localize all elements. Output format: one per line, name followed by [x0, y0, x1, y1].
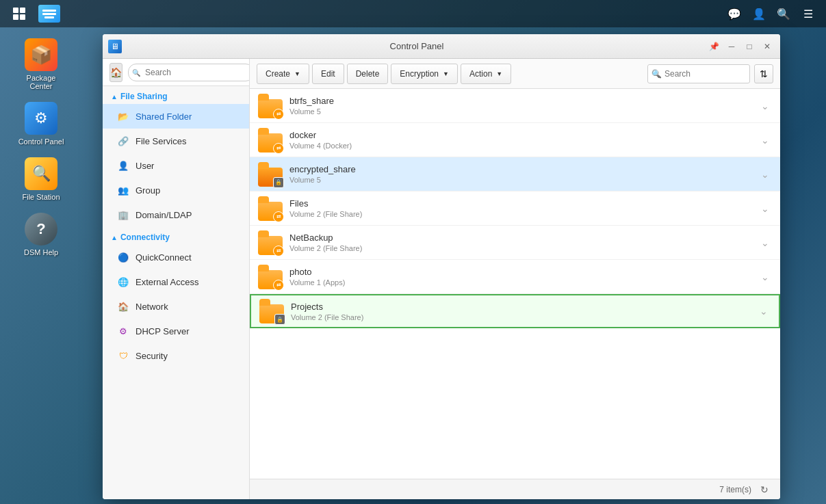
file-name-photo: photo: [289, 267, 751, 277]
sidebar-item-group-label: Group: [135, 185, 160, 196]
chevron-netbackup[interactable]: ⌄: [758, 235, 772, 251]
action-button[interactable]: Action ▼: [461, 64, 511, 84]
sidebar-item-domain-ldap[interactable]: 🏢 Domain/LDAP: [103, 202, 249, 227]
sidebar-item-file-services[interactable]: 🔗 File Services: [103, 129, 249, 153]
package-center-label: Package Center: [14, 74, 68, 90]
toolbar-search-area: 🔍 ⇅: [647, 64, 773, 83]
share-badge-photo: ⇄: [273, 280, 284, 291]
encryption-label: Encryption: [400, 69, 439, 79]
chevron-photo[interactable]: ⌄: [758, 269, 772, 285]
file-info-files: Files Volume 2 (File Share): [289, 198, 751, 218]
sidebar-item-quickconnect[interactable]: 🔵 QuickConnect: [103, 245, 249, 269]
search-icon[interactable]: 🔍: [773, 3, 795, 25]
sidebar-item-shared-folder-label: Shared Folder: [135, 111, 192, 122]
user-icon-sidebar: 👤: [116, 159, 130, 172]
desktop-icon-control-panel[interactable]: ⚙ Control Panel: [10, 98, 72, 150]
delete-button[interactable]: Delete: [347, 64, 389, 84]
green-arrow: [779, 297, 780, 325]
file-info-photo: photo Volume 1 (Apps): [289, 267, 751, 287]
taskbar: 💬 👤 🔍 ☰: [0, 0, 826, 27]
chevron-docker[interactable]: ⌄: [758, 132, 772, 148]
sidebar-header: 🏠: [103, 59, 249, 86]
file-info-netbackup: NetBackup Volume 2 (File Share): [289, 233, 751, 252]
file-item-docker[interactable]: ⇄ docker Volume 4 (Docker) ⌄: [250, 123, 780, 157]
file-name-projects: Projects: [291, 302, 750, 312]
file-item-btrfs-share[interactable]: ⇄ btrfs_share Volume 5 ⌄: [250, 89, 780, 123]
window-pin-button[interactable]: 📌: [706, 39, 721, 54]
folder-icon-photo: ⇄: [258, 265, 283, 289]
sidebar-item-quickconnect-label: QuickConnect: [135, 252, 192, 263]
file-list: ⇄ btrfs_share Volume 5 ⌄ ⇄: [250, 89, 780, 479]
chat-icon[interactable]: 💬: [723, 3, 745, 25]
home-button[interactable]: 🏠: [109, 63, 122, 82]
sort-button[interactable]: ⇅: [754, 64, 773, 83]
user-icon[interactable]: 👤: [748, 3, 770, 25]
file-sub-encrypted: Volume 5: [289, 176, 751, 184]
file-item-encrypted-share[interactable]: 🔒 encrypted_share Volume 5 ⌄: [250, 157, 780, 191]
window-close-button[interactable]: ✕: [760, 39, 775, 54]
file-item-projects[interactable]: 🔒 Projects Volume 2 (File Share): [250, 294, 780, 328]
sidebar-search-input[interactable]: [128, 64, 250, 81]
desktop: 📦 Package Center ⚙ Control Panel 🔍 File …: [0, 27, 826, 504]
file-item-photo[interactable]: ⇄ photo Volume 1 (Apps) ⌄: [250, 260, 780, 294]
taskbar-control-panel-button[interactable]: [37, 1, 62, 26]
desktop-icons-area: 📦 Package Center ⚙ Control Panel 🔍 File …: [0, 27, 82, 504]
sidebar-item-dhcp-server[interactable]: ⚙ DHCP Server: [103, 319, 249, 343]
section-arrow-connectivity: ▲: [111, 234, 118, 241]
file-item-files[interactable]: ⇄ Files Volume 2 (File Share) ⌄: [250, 191, 780, 226]
share-badge-docker: ⇄: [273, 143, 284, 154]
section-file-sharing[interactable]: ▲ File Sharing: [103, 86, 249, 104]
share-badge-btrfs: ⇄: [273, 109, 284, 120]
shared-folder-icon: 📂: [116, 109, 130, 123]
chevron-btrfs[interactable]: ⌄: [758, 98, 772, 114]
file-name-btrfs: btrfs_share: [289, 96, 751, 106]
window-controls: 📌 ─ □ ✕: [706, 39, 775, 54]
chevron-encrypted[interactable]: ⌄: [758, 166, 772, 183]
window-minimize-button[interactable]: ─: [724, 39, 739, 54]
share-badge-netbackup: ⇄: [273, 246, 284, 256]
taskbar-right-area: 💬 👤 🔍 ☰: [723, 3, 819, 25]
taskbar-grid-button[interactable]: [7, 1, 31, 26]
create-label: Create: [266, 69, 290, 79]
chevron-files[interactable]: ⌄: [758, 200, 772, 217]
security-icon: 🛡: [116, 349, 130, 362]
create-button[interactable]: Create ▼: [257, 64, 309, 84]
file-sub-photo: Volume 1 (Apps): [289, 278, 751, 287]
network-icon: 🏠: [116, 300, 130, 313]
sidebar-item-group[interactable]: 👥 Group: [103, 178, 249, 202]
file-name-encrypted: encrypted_share: [289, 164, 751, 174]
sidebar-item-user-label: User: [135, 161, 154, 171]
sidebar-item-security[interactable]: 🛡 Security: [103, 343, 249, 368]
file-item-netbackup[interactable]: ⇄ NetBackup Volume 2 (File Share) ⌄: [250, 226, 780, 260]
sidebar-item-user[interactable]: 👤 User: [103, 153, 249, 178]
sidebar: 🏠 ▲ File Sharing 📂 Shared Folder 🔗 Fi: [103, 59, 250, 499]
encryption-caret: ▼: [443, 70, 449, 77]
window-title: Control Panel: [127, 41, 706, 51]
desktop-icon-dsm-help[interactable]: ? DSM Help: [10, 209, 72, 261]
sidebar-item-network-label: Network: [135, 302, 168, 312]
file-sub-files: Volume 2 (File Share): [289, 210, 751, 218]
toolbar-filter-icon: 🔍: [651, 69, 662, 79]
sidebar-item-external-access[interactable]: 🌐 External Access: [103, 269, 249, 294]
window-maximize-button[interactable]: □: [742, 39, 757, 54]
encryption-button[interactable]: Encryption ▼: [391, 64, 458, 84]
file-services-icon: 🔗: [116, 134, 130, 148]
edit-button[interactable]: Edit: [312, 64, 344, 84]
sidebar-item-external-access-label: External Access: [135, 277, 199, 287]
desktop-icon-package-center[interactable]: 📦 Package Center: [10, 34, 72, 94]
file-name-netbackup: NetBackup: [289, 233, 751, 243]
sidebar-item-shared-folder[interactable]: 📂 Shared Folder: [103, 104, 249, 129]
refresh-button[interactable]: ↻: [757, 482, 772, 497]
folder-icon-netbackup: ⇄: [258, 230, 283, 255]
sidebar-item-network[interactable]: 🏠 Network: [103, 294, 249, 319]
file-info-encrypted: encrypted_share Volume 5: [289, 164, 751, 184]
item-count: 7 item(s): [719, 485, 751, 494]
toolbar-search-input[interactable]: [647, 64, 750, 83]
chevron-projects[interactable]: ⌄: [757, 303, 771, 319]
section-connectivity[interactable]: ▲ Connectivity: [103, 227, 249, 245]
desktop-icon-file-station[interactable]: 🔍 File Station: [10, 153, 72, 205]
menu-icon[interactable]: ☰: [797, 3, 819, 25]
share-badge-files: ⇄: [273, 211, 284, 222]
file-sub-projects: Volume 2 (File Share): [291, 313, 750, 321]
folder-icon-files: ⇄: [258, 196, 283, 221]
